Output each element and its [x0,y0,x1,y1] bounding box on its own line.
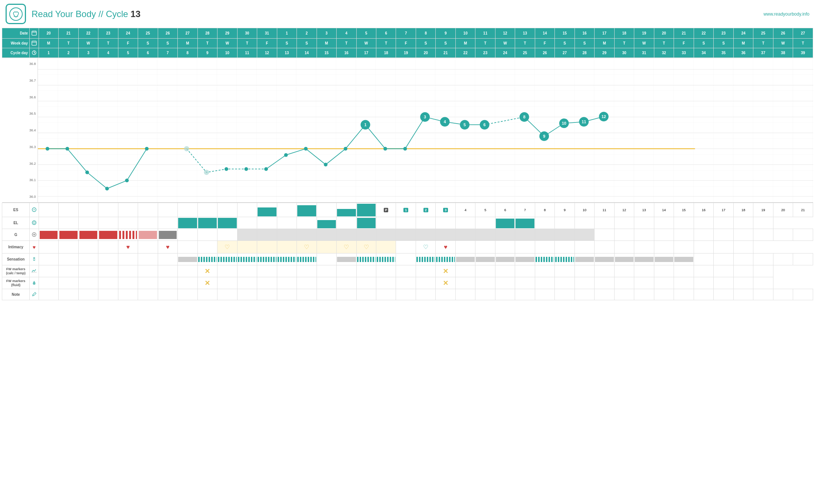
intimacy-icon: ♥ [30,241,39,253]
date-20: 20 [39,28,58,39]
date-18: 18 [614,28,634,39]
note-label: Note [2,289,30,300]
date-12: 12 [495,28,515,39]
es-icon [30,203,39,217]
date-24b: 24 [733,28,753,39]
temp-point-5 [125,179,128,182]
sensation-row: Sensation [2,253,813,265]
y-label-366: 36.6 [4,95,36,99]
fw-calc-x-1: ✕ [204,268,210,275]
note-icon [30,289,39,300]
svg-point-0 [10,8,22,20]
temp-point-2 [65,147,69,151]
date-19: 19 [634,28,654,39]
intimacy-row: Intimacy ♥ ♥ ♥ ♡ ♡ ♡ ♡ ♡ ♥ [2,241,813,253]
heart-solid-2: ♥ [166,244,170,250]
date-23b: 23 [714,28,733,39]
fw-calc-label: FW markers(calc / temp) [2,265,30,277]
temp-point-10 [224,167,228,171]
temp-label-3: 3 [424,115,426,119]
temp-point-1 [45,147,49,151]
chart-row: 36.8 36.7 36.6 36.5 36.4 36.3 36.2 36.1 … [2,58,813,203]
date-11: 11 [475,28,495,39]
temp-point-9 [204,170,209,175]
date-4: 4 [337,28,356,39]
heart-outline-4: ♡ [364,244,369,250]
el-row: EL [2,217,813,229]
sensation-label: Sensation [2,253,30,265]
temp-point-19 [403,147,407,151]
main-content: Date 20 21 22 23 24 25 26 27 28 29 30 31… [0,28,815,300]
svg-point-16 [33,222,35,223]
date-10: 10 [455,28,475,39]
chart-svg: 1 3 4 5 6 [38,58,813,202]
temp-point-11 [244,167,248,171]
date-28: 28 [197,28,217,39]
date-29: 29 [217,28,237,39]
cycleday-icon [30,48,39,58]
el-icon [30,217,39,229]
date-23: 23 [98,28,118,39]
date-7: 7 [396,28,416,39]
temp-point-16 [344,147,347,151]
temp-label-9: 9 [543,134,545,138]
date-26b: 26 [773,28,793,39]
date-25: 25 [138,28,158,39]
fw-fluid-icon [30,277,39,289]
date-22: 22 [78,28,98,39]
date-21b: 21 [674,28,694,39]
fw-calc-icon [30,265,39,277]
fw-fluid-label: FW markers(fluid) [2,277,30,289]
weekday-icon [30,39,39,48]
date-row: Date 20 21 22 23 24 25 26 27 28 29 30 31… [2,28,813,39]
y-label-364: 36.4 [4,128,36,132]
date-3: 3 [317,28,336,39]
heart-outline-2: ♡ [304,244,309,250]
date-17: 17 [595,28,614,39]
temp-point-4 [105,187,109,190]
website-url: www.readyourbody.info [763,12,809,17]
date-27: 27 [178,28,197,39]
y-label-362: 36.2 [4,162,36,166]
temp-label-6: 6 [483,122,485,127]
fw-fluid-row: FW markers(fluid) ✕ ✕ [2,277,813,289]
svg-rect-1 [32,31,36,35]
fw-calc-x-2: ✕ [443,268,448,275]
heart-outline-1: ♡ [225,244,230,250]
num-badge-2: 2 [423,208,428,212]
temp-label-12: 12 [601,114,606,119]
temp-point-3 [85,170,89,174]
temp-point-14 [304,147,308,151]
temp-label-4: 4 [443,120,446,124]
date-8: 8 [416,28,435,39]
date-16: 16 [575,28,594,39]
intimacy-label: Intimacy [2,241,30,253]
date-22b: 22 [694,28,713,39]
temp-label-11: 11 [582,120,586,124]
date-25b: 25 [753,28,773,39]
temp-point-12 [264,167,268,171]
svg-rect-4 [38,58,813,202]
svg-point-18 [33,257,35,259]
date-20b: 20 [654,28,674,39]
date-31: 31 [257,28,277,39]
date-6: 6 [376,28,396,39]
app-logo [6,4,26,24]
chart-cell: 36.8 36.7 36.6 36.5 36.4 36.3 36.2 36.1 … [2,58,813,203]
es-row: ES P 1 2 3 [2,203,813,217]
p-badge: P [384,208,388,212]
date-5: 5 [356,28,376,39]
date-13: 13 [515,28,535,39]
temp-point-18 [383,147,387,151]
temp-label-10: 10 [562,121,566,125]
date-9: 9 [436,28,455,39]
svg-point-15 [32,220,36,225]
date-24: 24 [118,28,138,39]
temp-label-5: 5 [464,122,466,127]
fw-fluid-x-2: ✕ [443,279,448,287]
y-label-361: 36.1 [4,178,36,182]
page-header: Read Your Body // Cycle 13 www.readyourb… [0,0,815,28]
date-26: 26 [158,28,177,39]
svg-rect-2 [32,41,36,45]
cycle-table: Date 20 21 22 23 24 25 26 27 28 29 30 31… [2,28,813,300]
